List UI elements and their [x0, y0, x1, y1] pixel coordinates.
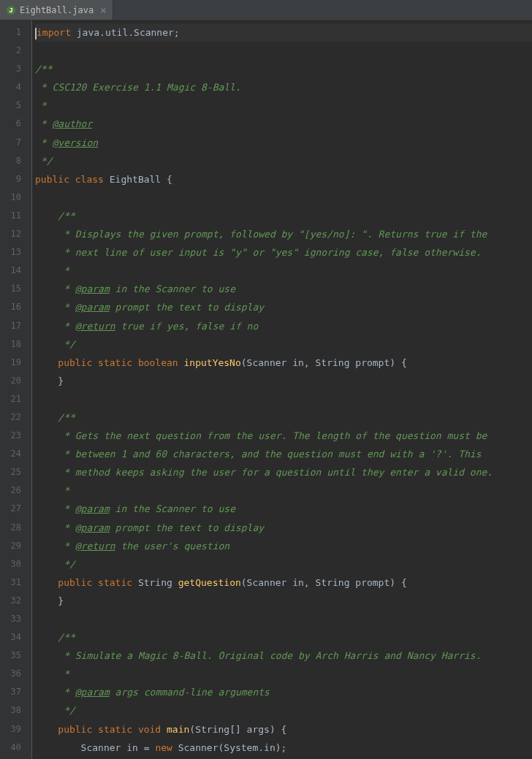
code-line[interactable]: [35, 610, 532, 628]
code-line[interactable]: * @return true if yes, false if no: [35, 317, 532, 335]
token: inputYesNo: [184, 357, 241, 368]
token: @param: [75, 302, 110, 313]
token: *: [35, 100, 47, 111]
line-number-gutter[interactable]: 1234567891011121314151617181920212223242…: [0, 20, 32, 759]
token: @return: [75, 321, 115, 332]
line-number: 5: [0, 96, 31, 115]
token: in the Scanner to use: [110, 503, 235, 514]
code-line[interactable]: */: [35, 335, 532, 354]
line-number: 33: [0, 610, 31, 628]
token: @version: [52, 137, 98, 148]
line-number: 10: [0, 188, 31, 207]
token: *: [35, 137, 52, 148]
code-line[interactable]: * @return the user's question: [35, 537, 532, 555]
code-line[interactable]: */: [35, 701, 532, 720]
code-line[interactable]: /**: [35, 628, 532, 647]
token: (String[] args) {: [189, 724, 286, 735]
line-number: 32: [0, 592, 31, 610]
token: */: [35, 705, 75, 716]
code-line[interactable]: public static void main(String[] args) {: [35, 720, 532, 739]
code-line[interactable]: *: [35, 481, 532, 500]
token: public static void: [58, 724, 167, 735]
code-line[interactable]: * Displays the given prompt, followed by…: [35, 225, 532, 243]
line-number: 22: [0, 408, 31, 427]
token: Scanner in =: [35, 742, 155, 753]
token: *: [35, 522, 75, 533]
code-line[interactable]: import java.util.Scanner;: [35, 23, 532, 42]
line-number: 34: [0, 628, 31, 647]
token: *: [35, 485, 69, 496]
code-line[interactable]: * @param prompt the text to display: [35, 298, 532, 316]
code-line[interactable]: *: [35, 262, 532, 280]
svg-text:J: J: [9, 7, 12, 14]
code-line[interactable]: * @param in the Scanner to use: [35, 500, 532, 518]
code-line[interactable]: * method keeps asking the user for a que…: [35, 463, 532, 481]
token: /**: [35, 64, 52, 75]
code-line[interactable]: public static boolean inputYesNo(Scanner…: [35, 354, 532, 372]
token: Scanner(System.in);: [178, 742, 287, 753]
code-line[interactable]: * @version: [35, 134, 532, 152]
file-tab[interactable]: J EightBall.java ×: [0, 0, 113, 20]
code-line[interactable]: public class EightBall {: [35, 170, 532, 188]
token: * next line of user input is "y" or "yes…: [35, 247, 481, 258]
code-line[interactable]: * CSC120 Exercise 1.1 Magic 8-Ball.: [35, 78, 532, 96]
token: String: [138, 577, 178, 588]
close-icon[interactable]: ×: [100, 4, 106, 16]
token: in the Scanner to use: [110, 283, 235, 294]
code-line[interactable]: Scanner in = new Scanner(System.in);: [35, 739, 532, 757]
code-line[interactable]: *: [35, 665, 532, 683]
java-class-icon: J: [6, 5, 16, 15]
line-number: 4: [0, 78, 31, 96]
token: @param: [75, 522, 110, 533]
line-number: 35: [0, 647, 31, 665]
token: *: [35, 503, 75, 514]
code-area[interactable]: import java.util.Scanner;/** * CSC120 Ex…: [32, 20, 532, 759]
line-number: 36: [0, 665, 31, 683]
code-line[interactable]: /**: [35, 60, 532, 78]
code-line[interactable]: */: [35, 555, 532, 573]
code-line[interactable]: public static String getQuestion(Scanner…: [35, 573, 532, 592]
token: java.util.Scanner;: [71, 27, 180, 38]
code-line[interactable]: *: [35, 96, 532, 115]
code-line[interactable]: */: [35, 152, 532, 170]
line-number: 23: [0, 427, 31, 445]
code-line[interactable]: /**: [35, 408, 532, 427]
token: (Scanner in, String prompt) {: [241, 577, 407, 588]
code-line[interactable]: * @param args command-line arguments: [35, 683, 532, 701]
code-line[interactable]: }: [35, 372, 532, 390]
line-number: 39: [0, 720, 31, 739]
line-number: 2: [0, 42, 31, 60]
code-line[interactable]: * @param prompt the text to display: [35, 519, 532, 537]
code-line[interactable]: * @param in the Scanner to use: [35, 280, 532, 298]
code-line[interactable]: * next line of user input is "y" or "yes…: [35, 243, 532, 262]
token: @author: [52, 118, 92, 129]
token: true if yes, false if no: [115, 321, 259, 332]
token: *: [35, 118, 52, 129]
editor: 1234567891011121314151617181920212223242…: [0, 20, 532, 759]
token: main: [167, 724, 189, 735]
code-line[interactable]: * between 1 and 60 characters, and the q…: [35, 445, 532, 463]
code-line[interactable]: * @author: [35, 115, 532, 133]
token: @param: [75, 283, 110, 294]
code-line[interactable]: }: [35, 592, 532, 610]
line-number: 31: [0, 573, 31, 592]
code-line[interactable]: [35, 42, 532, 60]
token: *: [35, 687, 75, 698]
line-number: 18: [0, 335, 31, 354]
code-line[interactable]: [35, 188, 532, 207]
token: }: [35, 595, 64, 606]
token: */: [35, 156, 52, 167]
code-line[interactable]: [35, 390, 532, 408]
code-line[interactable]: * Gets the next question from the user. …: [35, 427, 532, 445]
token: (Scanner in, String prompt) {: [241, 357, 407, 368]
code-line[interactable]: /**: [35, 207, 532, 225]
line-number: 14: [0, 262, 31, 280]
line-number: 38: [0, 701, 31, 720]
code-line[interactable]: * Simulate a Magic 8-Ball. Original code…: [35, 647, 532, 665]
line-number: 11: [0, 207, 31, 225]
line-number: 30: [0, 555, 31, 573]
token: *: [35, 321, 75, 332]
token: @param: [75, 687, 110, 698]
line-number: 6: [0, 115, 31, 133]
line-number: 24: [0, 445, 31, 463]
